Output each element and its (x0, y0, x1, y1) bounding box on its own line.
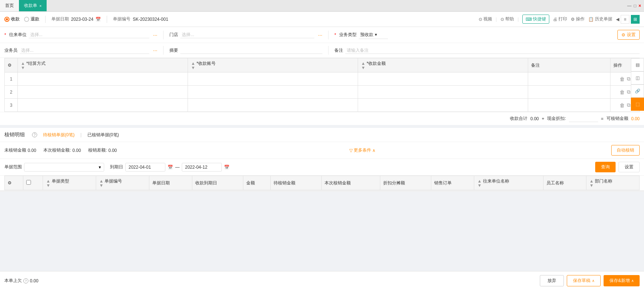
row-3-delete-icon[interactable]: 🗑 (620, 102, 625, 108)
verify-info-icon[interactable]: ? (32, 132, 37, 137)
window-min-btn[interactable]: — (627, 3, 632, 8)
top-toolbar: 收款 退款 单据日期 2023-03-24 📅 单据编号 SK-20230324… (0, 12, 644, 27)
calendar-to-icon[interactable]: 📅 (224, 165, 229, 170)
window-close-btn[interactable]: × (639, 3, 641, 8)
row-1-payment[interactable] (18, 72, 188, 86)
sidebar-icon-1-glyph: ▤ (636, 62, 640, 67)
store-input[interactable] (180, 31, 314, 38)
row-1-copy-icon[interactable]: ⧉ (627, 76, 631, 82)
save-new-btn[interactable]: 保存&新增 ∧ (604, 275, 640, 286)
plus-sign: + (542, 116, 544, 121)
discard-btn[interactable]: 放弃 (540, 275, 564, 286)
total-label: 收款合计 (510, 115, 527, 122)
unverified-stat: 未核销金额 0.00 (4, 147, 36, 153)
sidebar-icon-1[interactable]: ▤ (631, 58, 644, 71)
current-value: 0.00 (72, 148, 81, 153)
radio-receipt[interactable]: 收款 (4, 16, 20, 22)
query-btn[interactable]: 查询 (595, 162, 616, 172)
sidebar-icon-2[interactable]: ◫ (631, 71, 644, 85)
radio-refund[interactable]: 退款 (24, 16, 39, 22)
sidebar-icon-3[interactable]: 🔗 (631, 85, 644, 98)
date-from-input[interactable] (125, 163, 165, 172)
history-btn[interactable]: 📋 历史单据 (588, 16, 612, 22)
shortcut-label: 快捷键 (533, 16, 546, 22)
print-btn[interactable]: 🖨 打印 (553, 16, 567, 22)
auto-writeoff-btn[interactable]: 自动核销 (611, 145, 640, 156)
verify-title: 核销明细 (4, 132, 25, 138)
counterparty-required: * (4, 32, 6, 38)
row-2-payment[interactable] (18, 86, 188, 99)
done-link[interactable]: 已核销单据(0笔) (87, 132, 119, 138)
store-more-btn[interactable]: ··· (318, 32, 322, 38)
summary-input[interactable] (180, 47, 322, 54)
video-btn[interactable]: ⊙ 视频 (479, 16, 492, 22)
settings-button[interactable]: ⚙ 设置 (617, 30, 640, 40)
filter-row: 单据范围 ▾ 到期日 📅 — 📅 查询 设置 (0, 159, 644, 176)
table-row: 2 🗑 ⧉ (5, 86, 640, 99)
stats-row: 未核销金额 0.00 本次核销金额: 0.00 核销差额: 0.00 ▽ 更多条… (0, 142, 644, 159)
bt-col-10: 员工名称 (543, 176, 586, 190)
th-remark: 备注 (528, 58, 610, 72)
nav-prev-btn[interactable]: ◀ (616, 17, 619, 22)
window-max-btn[interactable]: □ (634, 3, 636, 8)
row-1-delete-icon[interactable]: 🗑 (620, 76, 625, 82)
row-1-remark[interactable] (528, 72, 610, 86)
calendar-icon[interactable]: 📅 (95, 17, 101, 22)
form-row-2: 业务员 ··· 摘要 备注 (0, 43, 644, 58)
remark-input[interactable] (345, 47, 640, 54)
row-3-copy-icon[interactable]: ⧉ (627, 102, 631, 108)
row-3-account[interactable] (188, 99, 358, 112)
chevron-up-icon: ∧ (372, 148, 376, 153)
filter-settings-label: 设置 (625, 164, 633, 169)
view-list-btn[interactable]: ≡ (621, 15, 629, 24)
done-count: 0 (111, 132, 113, 137)
date-label: 单据日期 (51, 16, 69, 22)
table-row: 3 🗑 ⧉ (5, 99, 640, 112)
sidebar-icon-4[interactable]: ⬚ (631, 98, 644, 111)
operation-btn[interactable]: ⚙ 操作 (571, 16, 585, 22)
row-3-amount[interactable] (358, 99, 528, 112)
row-2-account[interactable] (188, 86, 358, 99)
counterparty-input[interactable] (29, 31, 150, 38)
prev-info-icon[interactable]: ? (23, 278, 28, 283)
bt-select-all[interactable] (26, 180, 31, 185)
row-1-amount[interactable] (358, 72, 528, 86)
row-1-account[interactable] (188, 72, 358, 86)
pending-link[interactable]: 待核销单据(0笔) (43, 132, 75, 138)
range-select[interactable]: ▾ (24, 163, 104, 172)
prev-value: 0.00 (30, 278, 38, 283)
bt-checkbox-col[interactable] (23, 176, 43, 190)
history-label: 历史单据 (595, 16, 612, 22)
shortcut-btn[interactable]: ⌨ 快捷键 (522, 15, 549, 24)
help-btn[interactable]: ⊙ 帮助 (500, 16, 514, 22)
discount-input[interactable] (569, 115, 598, 122)
calendar-from-icon[interactable]: 📅 (168, 165, 173, 170)
staff-field: 业务员 ··· (4, 47, 157, 54)
row-3-remark[interactable] (528, 99, 610, 112)
more-conditions-btn[interactable]: ▽ 更多条件 ∧ (349, 147, 376, 153)
row-2-delete-icon[interactable]: 🗑 (620, 89, 625, 95)
date-to-input[interactable] (182, 163, 222, 172)
staff-input[interactable] (20, 47, 149, 54)
table-settings-col[interactable]: ⚙ (5, 58, 18, 72)
view-card-btn[interactable]: ⊞ (631, 15, 640, 24)
counterparty-more-btn[interactable]: ··· (153, 32, 157, 38)
filter-settings-btn[interactable]: 设置 (619, 162, 640, 172)
bottom-actions: 放弃 保存草稿 ∧ 保存&新增 ∧ (540, 275, 640, 286)
bt-settings-col[interactable]: ⚙ (5, 176, 23, 190)
row-2-remark[interactable] (528, 86, 610, 99)
business-type-select[interactable]: 预收款 ▾ (359, 31, 388, 39)
sidebar-icon-2-glyph: ◫ (636, 75, 640, 81)
sidebar-icon-3-glyph: 🔗 (635, 89, 640, 94)
sidebar-icon-4-glyph: ⬚ (636, 102, 640, 107)
tab-receipt[interactable]: 收款单 × (19, 0, 47, 11)
save-draft-btn[interactable]: 保存草稿 ∧ (567, 275, 601, 286)
row-3-payment[interactable] (18, 99, 188, 112)
th-action-label: 操作 (613, 63, 622, 68)
staff-more-btn[interactable]: ··· (153, 47, 157, 53)
row-2-amount[interactable] (358, 86, 528, 99)
tab-home[interactable]: 首页 (0, 0, 19, 11)
row-2-copy-icon[interactable]: ⧉ (627, 89, 631, 95)
tab-receipt-close[interactable]: × (39, 4, 42, 8)
card-icon: ⊞ (633, 17, 637, 22)
